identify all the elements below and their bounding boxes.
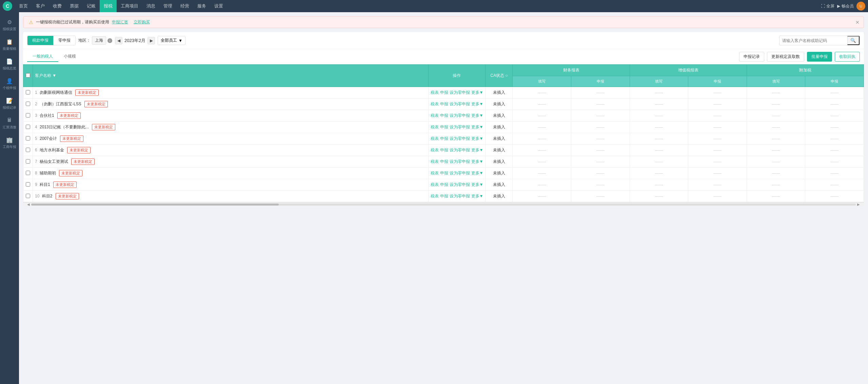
action-tax-form[interactable]: 税表: [431, 113, 439, 119]
sidebar-item-tax-overview[interactable]: 📄 报税总览: [0, 54, 19, 74]
scroll-left-arrow[interactable]: ◀: [26, 202, 31, 206]
row-checkbox-cell[interactable]: [23, 191, 33, 202]
row-checkbox-cell[interactable]: [23, 156, 33, 168]
nav-message[interactable]: 消息: [142, 0, 159, 12]
row-checkbox-8[interactable]: [26, 182, 30, 187]
action-declare[interactable]: 申报: [440, 159, 448, 165]
action-more[interactable]: 更多▼: [471, 124, 484, 130]
sub-tab-small[interactable]: 小规模: [58, 51, 81, 62]
action-tax-form[interactable]: 税表: [431, 147, 439, 153]
nav-invoice[interactable]: 票据: [66, 0, 83, 12]
action-tax-form[interactable]: 税表: [431, 182, 439, 188]
action-more[interactable]: 更多▼: [471, 90, 484, 95]
action-more[interactable]: 更多▼: [471, 113, 484, 119]
row-checkbox-7[interactable]: [26, 171, 30, 175]
select-all-checkbox[interactable]: [26, 73, 30, 78]
action-zero-declare[interactable]: 设为零申报: [450, 182, 470, 188]
batch-declare-button[interactable]: 批量申报: [807, 52, 832, 62]
user-avatar[interactable]: U: [856, 2, 865, 10]
action-more[interactable]: 更多▼: [471, 159, 484, 165]
nav-operation[interactable]: 经营: [176, 0, 193, 12]
sidebar-item-tax-records[interactable]: 📝 报税记录: [0, 93, 19, 113]
th-checkbox[interactable]: [23, 65, 33, 87]
info-icon[interactable]: i: [107, 38, 112, 43]
sort-icon[interactable]: ▼: [52, 73, 56, 78]
row-checkbox-3[interactable]: [26, 125, 30, 129]
action-tax-form[interactable]: 税表: [431, 136, 439, 142]
declare-record-button[interactable]: 申报记录: [739, 52, 764, 62]
row-checkbox-cell[interactable]: [23, 99, 33, 110]
horizontal-scrollbar[interactable]: ◀ ▶: [23, 202, 864, 206]
action-declare[interactable]: 申报: [440, 90, 448, 95]
vip-button[interactable]: ▶ 畅会员: [837, 3, 854, 9]
fullscreen-button[interactable]: ⛶ 全屏: [821, 3, 834, 9]
nav-business[interactable]: 工商项目: [117, 0, 142, 12]
row-checkbox-cell[interactable]: [23, 179, 33, 191]
action-zero-declare[interactable]: 设为零申报: [450, 159, 470, 165]
action-tax-form[interactable]: 税表: [431, 124, 439, 130]
action-zero-declare[interactable]: 设为零申报: [450, 90, 470, 95]
action-declare[interactable]: 申报: [440, 113, 448, 119]
action-declare[interactable]: 申报: [440, 136, 448, 142]
action-declare[interactable]: 申报: [440, 124, 448, 130]
action-more[interactable]: 更多▼: [471, 101, 484, 107]
nav-home[interactable]: 首页: [15, 0, 32, 12]
action-more[interactable]: 更多▼: [471, 147, 484, 153]
action-zero-declare[interactable]: 设为零申报: [450, 136, 470, 142]
banner-link-buy[interactable]: 立即购买: [134, 19, 150, 25]
row-checkbox-cell[interactable]: [23, 87, 33, 99]
update-tax-button[interactable]: 更新税定及取数: [767, 52, 804, 62]
sidebar-item-annual-report[interactable]: 🏢 工商年报: [0, 133, 19, 152]
action-more[interactable]: 更多▼: [471, 170, 484, 176]
next-month-button[interactable]: ▶: [147, 37, 155, 44]
nav-service[interactable]: 服务: [193, 0, 210, 12]
search-button[interactable]: 🔍: [847, 36, 860, 45]
action-zero-declare[interactable]: 设为零申报: [450, 147, 470, 153]
action-more[interactable]: 更多▼: [471, 136, 484, 142]
row-checkbox-1[interactable]: [26, 102, 30, 106]
row-checkbox-cell[interactable]: [23, 168, 33, 179]
action-declare[interactable]: 申报: [440, 193, 448, 199]
action-zero-declare[interactable]: 设为零申报: [450, 124, 470, 130]
action-zero-declare[interactable]: 设为零申报: [450, 113, 470, 119]
row-checkbox-cell[interactable]: [23, 122, 33, 133]
action-more[interactable]: 更多▼: [471, 193, 484, 199]
row-checkbox-2[interactable]: [26, 113, 30, 118]
nav-tax[interactable]: 报税: [100, 0, 117, 12]
sidebar-item-batch-tax[interactable]: 📋 批量报税: [0, 35, 19, 54]
row-checkbox-4[interactable]: [26, 136, 30, 141]
action-declare[interactable]: 申报: [440, 101, 448, 107]
action-tax-form[interactable]: 税表: [431, 193, 439, 199]
action-declare[interactable]: 申报: [440, 182, 448, 188]
employee-filter[interactable]: 全部员工 ▼: [158, 36, 185, 45]
nav-bookkeeping[interactable]: 记账: [83, 0, 100, 12]
nav-manage[interactable]: 管理: [159, 0, 176, 12]
banner-close-button[interactable]: ✕: [855, 20, 860, 25]
action-zero-declare[interactable]: 设为零申报: [450, 170, 470, 176]
nav-client[interactable]: 客户: [32, 0, 49, 12]
prev-month-button[interactable]: ◀: [115, 37, 122, 44]
action-tax-form[interactable]: 税表: [431, 90, 439, 95]
nav-settings[interactable]: 设置: [210, 0, 227, 12]
search-input[interactable]: [780, 37, 847, 44]
action-zero-declare[interactable]: 设为零申报: [450, 101, 470, 107]
sidebar-item-settlement[interactable]: 🖩 汇算清缴: [0, 113, 19, 133]
row-checkbox-cell[interactable]: [23, 145, 33, 156]
nav-billing[interactable]: 收费: [49, 0, 66, 12]
action-zero-declare[interactable]: 设为零申报: [450, 193, 470, 199]
tab-tax-declaration[interactable]: 税款申报: [27, 36, 54, 45]
action-declare[interactable]: 申报: [440, 170, 448, 176]
action-more[interactable]: 更多▼: [471, 182, 484, 188]
sub-tab-general[interactable]: 一般的税人: [27, 51, 58, 62]
action-tax-form[interactable]: 税表: [431, 170, 439, 176]
row-checkbox-cell[interactable]: [23, 110, 33, 122]
tab-zero-declaration[interactable]: 零申报: [54, 36, 75, 45]
sidebar-item-personal-tax[interactable]: 👤 个税申报: [0, 74, 19, 93]
row-checkbox-0[interactable]: [26, 90, 30, 94]
row-checkbox-cell[interactable]: [23, 133, 33, 145]
row-checkbox-6[interactable]: [26, 159, 30, 164]
action-tax-form[interactable]: 税表: [431, 101, 439, 107]
row-checkbox-5[interactable]: [26, 148, 30, 152]
scroll-right-arrow[interactable]: ▶: [856, 202, 861, 206]
row-checkbox-9[interactable]: [26, 194, 30, 198]
